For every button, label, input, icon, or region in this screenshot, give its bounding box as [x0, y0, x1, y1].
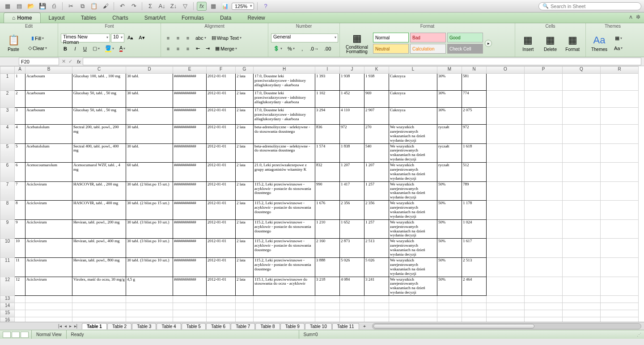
- cell[interactable]: 10: [15, 239, 25, 258]
- cell[interactable]: [487, 108, 525, 125]
- help-icon[interactable]: ?: [261, 2, 271, 11]
- row-header[interactable]: 2: [0, 91, 15, 108]
- cell[interactable]: 1 393: [315, 74, 340, 91]
- cell[interactable]: [525, 317, 563, 322]
- font-color-button[interactable]: A: [117, 44, 127, 53]
- cell[interactable]: 30%: [437, 108, 462, 125]
- cell[interactable]: [25, 310, 72, 317]
- delete-button[interactable]: ▦Delete: [540, 31, 561, 56]
- cell[interactable]: [563, 74, 601, 91]
- cell[interactable]: Aciclovirum: [25, 239, 72, 258]
- cell[interactable]: We wszystkich zarejestrowanych wskazania…: [389, 125, 437, 144]
- cell[interactable]: We wszystkich zarejestrowanych wskazania…: [389, 163, 437, 182]
- tab-review[interactable]: Review: [239, 13, 273, 23]
- cell[interactable]: [525, 310, 563, 317]
- cell[interactable]: [15, 296, 25, 303]
- cell[interactable]: [126, 303, 173, 310]
- cell[interactable]: [563, 163, 601, 182]
- cell[interactable]: [487, 310, 525, 317]
- cell[interactable]: [525, 74, 563, 91]
- cell[interactable]: 115.2, Leki przeciwwirusowe - acyklowir …: [254, 181, 315, 201]
- sheet-tab[interactable]: Table 7: [231, 323, 255, 329]
- cell[interactable]: 3 888: [315, 257, 340, 277]
- format-painter-icon[interactable]: 🖌: [101, 2, 110, 11]
- autosum-icon[interactable]: Σ: [145, 2, 155, 11]
- align-middle-icon[interactable]: ≡: [174, 34, 182, 42]
- cell[interactable]: [462, 310, 487, 317]
- cell[interactable]: [563, 303, 601, 310]
- cell[interactable]: 1 207: [364, 163, 389, 182]
- cell[interactable]: 30 tabl.: [126, 74, 173, 91]
- cell[interactable]: Cukrzyca: [389, 74, 437, 91]
- cell[interactable]: [340, 296, 364, 303]
- cell[interactable]: 30 tabl. (3 blist.po 10 szt.): [126, 257, 173, 277]
- cell[interactable]: 6: [15, 163, 25, 182]
- cell[interactable]: 2012-01-01: [207, 201, 236, 220]
- cell[interactable]: [563, 317, 601, 322]
- cell[interactable]: 2012-01-01: [207, 239, 236, 258]
- row-header[interactable]: 15: [0, 310, 15, 317]
- cell[interactable]: [563, 239, 601, 258]
- increase-decimal-icon[interactable]: .0→: [308, 44, 321, 53]
- cell[interactable]: [437, 317, 462, 322]
- cell[interactable]: ###########: [173, 108, 207, 125]
- cell[interactable]: [525, 303, 563, 310]
- tab-smartart[interactable]: SmartArt: [136, 13, 174, 23]
- cell[interactable]: 2012-01-01: [207, 74, 236, 91]
- cell[interactable]: [601, 303, 639, 310]
- decrease-decimal-icon[interactable]: .00: [322, 44, 333, 53]
- cell[interactable]: 5: [15, 143, 25, 163]
- sheet-tab[interactable]: Table 5: [182, 323, 206, 329]
- tab-charts[interactable]: Charts: [104, 13, 136, 23]
- increase-indent-icon[interactable]: ⇥: [203, 44, 212, 53]
- cell[interactable]: 270: [364, 125, 389, 144]
- column-header[interactable]: P: [525, 67, 563, 74]
- row-header[interactable]: 7: [0, 181, 15, 201]
- cell[interactable]: 2012-01-01: [207, 143, 236, 163]
- cell[interactable]: [487, 277, 525, 296]
- cell[interactable]: [15, 317, 25, 322]
- zoom-select[interactable]: 125%: [232, 3, 254, 10]
- cell[interactable]: 1 938: [340, 74, 364, 91]
- column-header[interactable]: M: [437, 67, 462, 74]
- column-header[interactable]: D: [126, 67, 173, 74]
- align-center-icon[interactable]: ≡: [174, 44, 182, 53]
- cell[interactable]: 2012-01-01: [207, 125, 236, 144]
- insert-button[interactable]: ▦Insert: [518, 31, 538, 56]
- cell[interactable]: 115.2, Leki przeciwwirusowe - acyklowir …: [254, 257, 315, 277]
- cell[interactable]: [15, 310, 25, 317]
- cell[interactable]: Acarbosum: [25, 108, 72, 125]
- save-icon[interactable]: 💾: [38, 2, 47, 11]
- cell[interactable]: ###########: [173, 125, 207, 144]
- clear-button[interactable]: ◇Clear: [26, 44, 49, 53]
- cell[interactable]: 90 tabl.: [126, 108, 173, 125]
- cell[interactable]: 30 tabl.: [126, 143, 173, 163]
- cell[interactable]: 2 464: [462, 277, 487, 296]
- cell[interactable]: Acarbosum: [25, 74, 72, 91]
- cell[interactable]: [563, 219, 601, 239]
- cell[interactable]: [389, 296, 437, 303]
- cell[interactable]: [601, 277, 639, 296]
- cell[interactable]: [254, 296, 315, 303]
- cell[interactable]: Heviran, tabl. powl., 400 mg: [72, 239, 126, 258]
- cell[interactable]: ###########: [173, 219, 207, 239]
- style-calculation[interactable]: Calculation: [410, 44, 446, 54]
- themes-button[interactable]: AaThemes: [589, 31, 610, 56]
- column-header[interactable]: F: [207, 67, 236, 74]
- cell[interactable]: 2012-01-01: [207, 257, 236, 277]
- cell[interactable]: [525, 125, 563, 144]
- horizontal-scrollbar[interactable]: [372, 323, 641, 329]
- cell[interactable]: [601, 310, 639, 317]
- cell[interactable]: Glucobay 100, tabl. , 100 mg: [72, 74, 126, 91]
- cell[interactable]: 21.0, Leki przeciwzakrzepowe z grupy ant…: [254, 163, 315, 182]
- cell[interactable]: [207, 317, 236, 322]
- paste-icon[interactable]: 📋: [89, 2, 99, 11]
- cell[interactable]: [487, 239, 525, 258]
- cell[interactable]: [236, 310, 254, 317]
- cell[interactable]: 30 tabl.: [126, 91, 173, 108]
- cell[interactable]: 2 lata: [236, 91, 254, 108]
- cell[interactable]: [254, 317, 315, 322]
- column-header[interactable]: R: [601, 67, 639, 74]
- cell[interactable]: We wszystkich zarejestrowanych wskazania…: [389, 219, 437, 239]
- search-in-sheet[interactable]: 🔍: [538, 2, 641, 10]
